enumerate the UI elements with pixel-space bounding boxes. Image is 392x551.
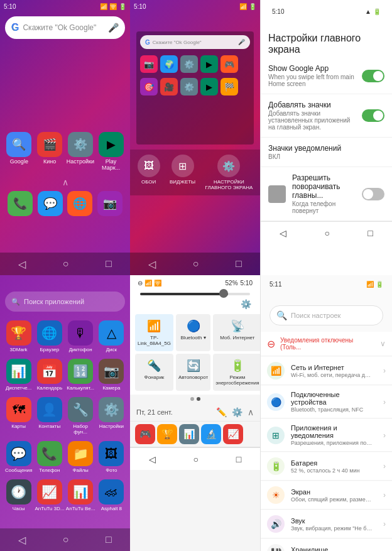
list-item[interactable]: 🎙 Диктофон — [66, 318, 95, 355]
panel-app-drawer: 🔍 Поиск приложений 🏆 3DMark 🌐 Браузер 🎙 … — [0, 275, 130, 551]
drawer-app-antutube: 📊 — [68, 479, 93, 505]
list-item[interactable]: ⚙️ Настройки — [97, 395, 126, 437]
qs-tile-mobile[interactable]: 📡 Моб. Интернет — [213, 314, 260, 351]
settings-gear-wrap: ⚙️ — [135, 298, 255, 310]
settings-item-devices[interactable]: 🔵 Подключенные устройства Bluetooth, тра… — [261, 386, 392, 418]
back-button-1[interactable]: ◁ — [18, 258, 26, 270]
settings-item-sound[interactable]: 🔊 Звук Звук, вибрация, режим "Не беспоко… — [261, 510, 392, 538]
list-item[interactable]: 🗺 Карты — [4, 395, 33, 437]
settings-item-rotate[interactable]: Разрешить поворачивать главны... Когда т… — [261, 167, 392, 221]
settings-item-network[interactable]: 📶 Сеть и Интернет Wi-Fi, моб. сети, пере… — [261, 357, 392, 385]
list-item[interactable]: 🖼 Фото — [97, 439, 126, 476]
google-search-bar-1[interactable]: G Скажите "Ok Google" 🎤 — [5, 16, 125, 39]
home-button-3[interactable]: ○ — [325, 228, 330, 238]
qs-mini-app-5[interactable]: 📈 — [223, 424, 243, 444]
home-button-5[interactable]: ○ — [193, 454, 199, 464]
qs-tile-wifi[interactable]: 📶 TP-Link_68A4_5G — [135, 314, 173, 351]
list-item[interactable]: 📞 — [5, 191, 35, 216]
settings-item-storage[interactable]: 💾 Хранилище Используется 26 %, свободно … — [261, 539, 392, 551]
list-item[interactable]: 📊 Диспетче... — [4, 356, 33, 393]
home-button-4[interactable]: ○ — [63, 534, 69, 545]
settings-text: Добавлять значки Добавлять значки устано… — [268, 101, 356, 131]
settings-item-add-icons[interactable]: Добавлять значки Добавлять значки устано… — [261, 94, 392, 138]
list-item[interactable]: 📈 AnTuTu 3D... — [35, 477, 64, 514]
notification-banner[interactable]: ⊖ Уведомления отключены (Толь... ∨ — [261, 332, 392, 356]
expand-icon[interactable]: ∧ — [248, 407, 254, 417]
list-item[interactable]: 🏆 3DMark — [4, 318, 33, 355]
list-item[interactable]: ▶ Play Марк... — [97, 132, 125, 171]
toggle-rotate[interactable] — [362, 188, 384, 200]
chevron-up-icon[interactable]: ∧ — [0, 177, 130, 187]
back-button-4[interactable]: ◁ — [18, 534, 26, 546]
mini-mic-icon: 🎤 — [238, 39, 245, 45]
app-label: Google — [10, 158, 28, 165]
recents-button-3[interactable]: □ — [368, 228, 373, 238]
list-item[interactable]: 🔧 Набор фун... — [66, 395, 95, 437]
settings-item-title: Добавлять значки — [268, 101, 356, 109]
home-button-2[interactable]: ○ — [193, 258, 199, 270]
recents-button-2[interactable]: □ — [236, 258, 242, 270]
qs-mini-app-4[interactable]: 🔬 — [201, 424, 221, 444]
list-item[interactable]: 👤 Контакты — [35, 395, 64, 437]
qs-mini-app-1[interactable]: 🎮 — [135, 424, 155, 444]
list-item[interactable]: △ Диск — [97, 318, 126, 355]
qs-mini-app-3[interactable]: 📊 — [179, 424, 199, 444]
list-item[interactable]: 🌐 — [65, 191, 95, 216]
as-sub: Обои, спящий режим, размер шрифта — [291, 496, 373, 503]
list-item[interactable]: 🔍 Google — [5, 132, 33, 171]
settings-gear-icon[interactable]: ⚙️ — [241, 299, 251, 309]
edit-icon[interactable]: ✏️ — [216, 407, 227, 417]
qs-tile-bluetooth[interactable]: 🔵 Bluetooth ▾ — [176, 314, 210, 351]
as-text: Приложения и уведомления Разрешения, при… — [291, 424, 377, 446]
settings-item-display[interactable]: ☀ Экран Обои, спящий режим, размер шрифт… — [261, 481, 392, 510]
qs-tile-flashlight[interactable]: 🔦 Фонарик — [135, 354, 173, 391]
drawer-app-calendar: 📅 — [37, 359, 62, 384]
brightness-thumb[interactable] — [219, 289, 228, 298]
wifi-tile-icon: 📶 — [147, 319, 161, 333]
settings-item-show-google[interactable]: Show Google App When you swipe left from… — [261, 58, 392, 94]
list-item[interactable]: 💬 — [35, 191, 65, 216]
list-item[interactable]: 📷 — [95, 191, 125, 216]
list-item[interactable]: 💬 Сообщения — [4, 439, 33, 476]
recents-button-1[interactable]: □ — [106, 258, 112, 270]
mini-apps-row-1: 📷 🌍 ⚙️ ▶ 🎮 — [136, 53, 254, 75]
context-widgets[interactable]: ⊞ ВИДЖЕТЫ — [170, 155, 195, 190]
toggle-show-google[interactable] — [362, 70, 384, 82]
list-item[interactable]: 📞 Телефон — [35, 439, 64, 476]
settings-item-apps[interactable]: ⊞ Приложения и уведомления Разрешения, п… — [261, 419, 392, 452]
list-item[interactable]: ⚙️ Настройки — [67, 132, 95, 171]
context-wallpaper[interactable]: 🖼 ОБОИ — [138, 155, 160, 190]
list-item[interactable]: 🕐 Часы — [4, 477, 33, 514]
qs-mini-app-2[interactable]: 🏆 — [157, 424, 177, 444]
settings-item-sub: ВКЛ — [268, 153, 384, 160]
list-item[interactable]: 📁 Файлы — [66, 439, 95, 476]
brightness-bar[interactable] — [140, 293, 250, 295]
qs-tile-autorotate[interactable]: 🔄 Автоповорот — [176, 354, 210, 391]
qs-tile-battery-saver[interactable]: 🔋 Режим энергосбережения — [213, 354, 260, 391]
list-item[interactable]: 📷 Камера — [97, 356, 126, 393]
recents-button-5[interactable]: □ — [236, 454, 241, 464]
app-drawer-search[interactable]: 🔍 Поиск приложений — [5, 292, 125, 312]
list-item[interactable]: 🌐 Браузер — [35, 318, 64, 355]
recents-button-4[interactable]: □ — [106, 534, 112, 545]
toggle-add-icons[interactable] — [362, 109, 384, 122]
settings-icon-qs[interactable]: ⚙️ — [232, 407, 242, 417]
drawer-app-dictaphone: 🎙 — [68, 320, 93, 346]
back-button-3[interactable]: ◁ — [280, 228, 286, 238]
panel-android-settings: 5:11 📶 🔋 🔍 Поиск настроек ⊖ Уведомления … — [260, 275, 392, 551]
dock-row-1: 📞 💬 🌐 📷 — [0, 188, 130, 219]
mic-icon-1[interactable]: 🎤 — [108, 23, 119, 33]
back-button-5[interactable]: ◁ — [149, 454, 156, 464]
context-settings[interactable]: ⚙️ НАСТРОЙКИ ГЛАВНОГО ЭКРАНА — [205, 155, 253, 190]
list-item[interactable]: 🎬 Кино — [36, 132, 64, 171]
list-item[interactable]: 🔢 Калькулят... — [66, 356, 95, 393]
home-button-1[interactable]: ○ — [63, 258, 69, 270]
list-item[interactable]: 📅 Календарь — [35, 356, 64, 393]
android-search-bar[interactable]: 🔍 Поиск настроек — [270, 305, 383, 325]
mini-app-10: 🏁 — [220, 78, 238, 95]
settings-item-notif-badges[interactable]: Значки уведомлений ВКЛ — [261, 138, 392, 167]
list-item[interactable]: 📊 AnTuTu Be... — [66, 477, 95, 514]
settings-item-battery[interactable]: 🔋 Батарея 52 %, осталось 2 ч 40 мин › — [261, 452, 392, 481]
list-item[interactable]: 🏎 Asphalt 8 — [97, 477, 126, 514]
back-button-2[interactable]: ◁ — [148, 258, 156, 270]
